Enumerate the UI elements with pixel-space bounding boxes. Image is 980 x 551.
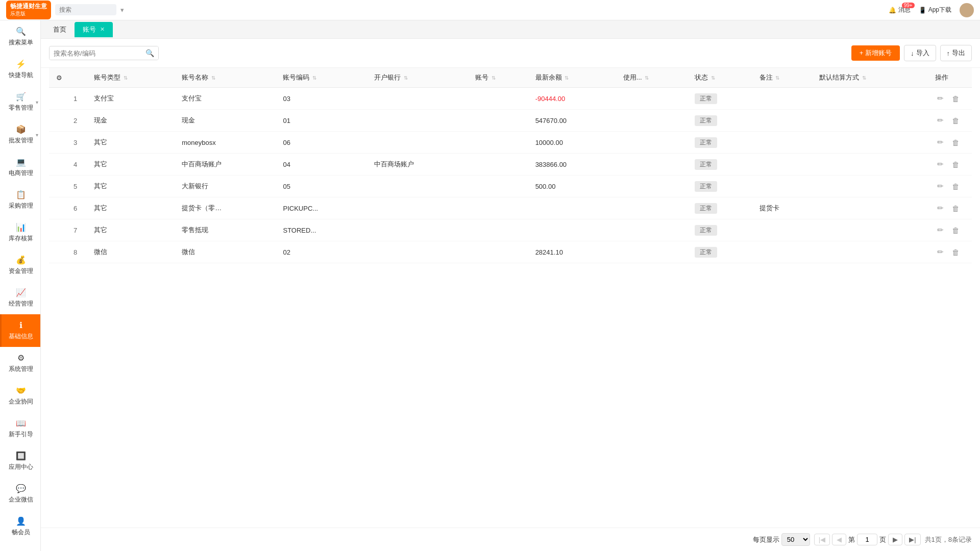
page-input[interactable] bbox=[857, 534, 877, 545]
row-account bbox=[471, 110, 531, 132]
row-checkbox-cell bbox=[49, 197, 69, 219]
delete-button[interactable]: 🗑 bbox=[950, 203, 962, 214]
edit-button[interactable]: ✏ bbox=[935, 137, 946, 148]
search-input[interactable] bbox=[50, 47, 141, 60]
col-remark[interactable]: 备注 ⇅ bbox=[755, 68, 815, 88]
row-balance: -90444.00 bbox=[531, 88, 619, 110]
row-bank bbox=[370, 132, 471, 154]
table-row: 6 其它 提货卡（零… PICKUPC... 正常 提货卡 ✏ 🗑 bbox=[49, 197, 972, 219]
edit-button[interactable]: ✏ bbox=[935, 224, 946, 236]
import-button[interactable]: ↓ 导入 bbox=[904, 45, 936, 61]
delete-button[interactable]: 🗑 bbox=[950, 93, 962, 104]
sidebar-item-wechat[interactable]: 💬 企业微信 bbox=[0, 478, 40, 510]
top-search-input[interactable] bbox=[55, 4, 116, 15]
messages-badge: 99+ bbox=[902, 3, 915, 8]
tab-account[interactable]: 账号 ✕ bbox=[75, 22, 113, 37]
guide-icon: 📖 bbox=[5, 418, 37, 428]
edit-button[interactable]: ✏ bbox=[935, 203, 946, 214]
row-checkbox-cell bbox=[49, 154, 69, 176]
sidebar-item-business[interactable]: 📈 经营管理 bbox=[0, 282, 40, 314]
main-layout: 🔍 搜索菜单 ⚡ 快捷导航 🛒 零售管理 ▾ 📦 批发管理 ▾ 💻 电商管理 📋… bbox=[0, 20, 980, 551]
col-payment[interactable]: 默认结算方式 ⇅ bbox=[815, 68, 931, 88]
sidebar-item-system[interactable]: ⚙ 系统管理 bbox=[0, 347, 40, 380]
col-bank[interactable]: 开户银行 ⇅ bbox=[370, 68, 471, 88]
col-name[interactable]: 账号名称 ⇅ bbox=[178, 68, 279, 88]
tab-home[interactable]: 首页 bbox=[45, 22, 75, 37]
delete-button[interactable]: 🗑 bbox=[950, 159, 962, 170]
sidebar-item-guide[interactable]: 📖 新手引导 bbox=[0, 412, 40, 445]
dropdown-icon[interactable]: ▾ bbox=[120, 6, 124, 14]
delete-button[interactable]: 🗑 bbox=[950, 137, 962, 148]
sidebar-item-retail[interactable]: 🛒 零售管理 ▾ bbox=[0, 86, 40, 118]
table-wrap: ⚙ 账号类型 ⇅ 账号名称 ⇅ 账号编码 ⇅ 开户银行 ⇅ 账号 ⇅ 最新余额 … bbox=[41, 68, 980, 528]
col-settings[interactable]: ⚙ bbox=[49, 68, 69, 88]
sidebar-item-member[interactable]: 👤 畅会员 bbox=[0, 510, 40, 543]
sidebar-item-label: 应用中心 bbox=[5, 463, 37, 471]
delete-button[interactable]: 🗑 bbox=[950, 225, 962, 236]
sidebar-item-finance[interactable]: 💰 资金管理 bbox=[0, 249, 40, 282]
row-balance: 10000.00 bbox=[531, 132, 619, 154]
edit-button[interactable]: ✏ bbox=[935, 246, 946, 258]
row-balance: 547670.00 bbox=[531, 110, 619, 132]
sidebar-item-search[interactable]: 🔍 搜索菜单 bbox=[0, 20, 40, 53]
col-code[interactable]: 账号编码 ⇅ bbox=[279, 68, 370, 88]
page-prev-button[interactable]: ◀ bbox=[832, 534, 846, 545]
edit-button[interactable]: ✏ bbox=[935, 93, 946, 104]
col-account[interactable]: 账号 ⇅ bbox=[471, 68, 531, 88]
mobile-icon: 📱 bbox=[919, 7, 926, 14]
row-checkbox-cell bbox=[49, 132, 69, 154]
row-balance bbox=[531, 219, 619, 241]
delete-button[interactable]: 🗑 bbox=[950, 115, 962, 126]
row-code: 05 bbox=[279, 176, 370, 197]
sidebar-item-label: 搜索菜单 bbox=[5, 38, 37, 47]
page-last-button[interactable]: ▶| bbox=[904, 534, 920, 545]
col-status[interactable]: 状态 ⇅ bbox=[691, 68, 755, 88]
sidebar-item-label: 零售管理 bbox=[5, 104, 37, 112]
add-account-button[interactable]: + 新增账号 bbox=[851, 45, 900, 61]
row-status: 正常 bbox=[691, 132, 755, 154]
row-bank bbox=[370, 219, 471, 241]
col-usage[interactable]: 使用... ⇅ bbox=[619, 68, 691, 88]
export-icon: ↑ bbox=[947, 49, 950, 57]
edit-button[interactable]: ✏ bbox=[935, 115, 946, 126]
row-payment bbox=[815, 197, 931, 219]
sidebar-item-quick[interactable]: ⚡ 快捷导航 bbox=[0, 53, 40, 86]
sidebar-item-label: 资金管理 bbox=[5, 267, 37, 276]
sidebar-item-basic[interactable]: ℹ 基础信息 bbox=[0, 314, 40, 347]
delete-button[interactable]: 🗑 bbox=[950, 181, 962, 192]
col-type[interactable]: 账号类型 ⇅ bbox=[90, 68, 178, 88]
row-name: 支付宝 bbox=[178, 88, 279, 110]
page-size-select[interactable]: 50 10 20 100 bbox=[781, 533, 810, 546]
sidebar-item-appcenter[interactable]: 🔲 应用中心 bbox=[0, 445, 40, 478]
page-next-button[interactable]: ▶ bbox=[888, 534, 902, 545]
avatar[interactable] bbox=[960, 3, 974, 17]
search-button[interactable]: 🔍 bbox=[141, 46, 158, 60]
sidebar-item-ecommerce[interactable]: 💻 电商管理 bbox=[0, 151, 40, 184]
row-type: 其它 bbox=[90, 132, 178, 154]
sidebar-item-enterprise[interactable]: 🤝 企业协同 bbox=[0, 380, 40, 412]
table-row: 2 现金 现金 01 547670.00 正常 ✏ 🗑 bbox=[49, 110, 972, 132]
row-payment bbox=[815, 154, 931, 176]
logo-sub: 乐意版 bbox=[10, 10, 47, 17]
col-balance[interactable]: 最新余额 ⇅ bbox=[531, 68, 619, 88]
page-first-button[interactable]: |◀ bbox=[814, 534, 830, 545]
sidebar-item-purchase[interactable]: 📋 采购管理 bbox=[0, 184, 40, 216]
table-row: 4 其它 中百商场账户 04 中百商场账户 383866.00 正常 ✏ 🗑 bbox=[49, 154, 972, 176]
messages-button[interactable]: 🔔 消息 99+ bbox=[889, 6, 911, 14]
edit-button[interactable]: ✏ bbox=[935, 159, 946, 170]
row-actions: ✏ 🗑 bbox=[931, 176, 972, 197]
delete-button[interactable]: 🗑 bbox=[950, 247, 962, 258]
logo-text: 畅捷通财生意 bbox=[10, 3, 47, 10]
pagination: 每页显示 50 10 20 100 |◀ ◀ 第 页 ▶ ▶| bbox=[41, 528, 980, 551]
topbar-left: 畅捷通财生意 乐意版 ▾ bbox=[6, 1, 124, 19]
add-label: + 新增账号 bbox=[860, 48, 892, 58]
edit-button[interactable]: ✏ bbox=[935, 181, 946, 192]
app-download-button[interactable]: 📱 App下载 bbox=[919, 6, 951, 14]
sidebar-item-inventory[interactable]: 📊 库存核算 bbox=[0, 216, 40, 249]
export-button[interactable]: ↑ 导出 bbox=[940, 45, 972, 61]
row-name: 微信 bbox=[178, 241, 279, 263]
row-code: 06 bbox=[279, 132, 370, 154]
sidebar-item-wholesale[interactable]: 📦 批发管理 ▾ bbox=[0, 118, 40, 151]
row-payment bbox=[815, 176, 931, 197]
tab-close-icon[interactable]: ✕ bbox=[100, 26, 105, 33]
